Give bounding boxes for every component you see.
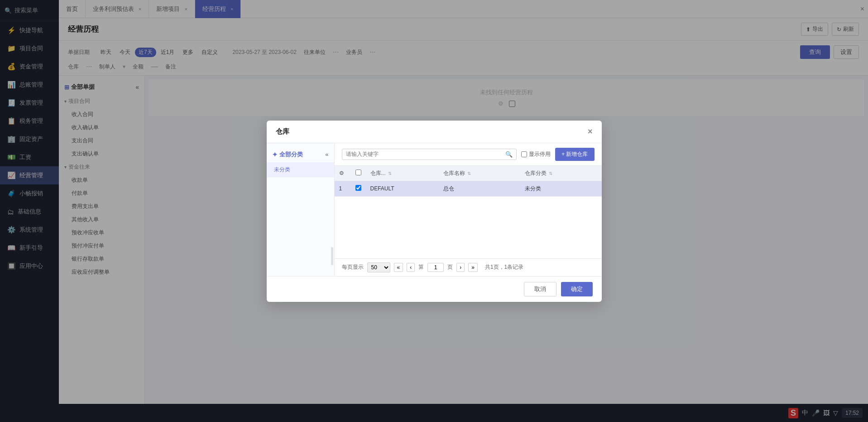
modal-table: ⚙ 仓库... ⇅ 仓库名称 ⇅	[335, 166, 602, 197]
category-sort-icon: ⇅	[549, 171, 552, 176]
modal-right-panel: 🔍 显示停用 + 新增仓库 ⚙	[335, 143, 602, 276]
modal-search-icon[interactable]: 🔍	[505, 151, 513, 158]
modal-records-info: 共1页，1条记录	[485, 263, 523, 271]
row-checkbox-cell[interactable]	[351, 181, 366, 196]
modal-col-name[interactable]: 仓库名称 ⇅	[439, 166, 520, 181]
modal-per-page-label: 每页显示	[342, 263, 364, 271]
modal-overlay[interactable]: 仓库 × ✦ 全部分类 « 未分类	[0, 0, 868, 422]
modal-table-head: ⚙ 仓库... ⇅ 仓库名称 ⇅	[335, 166, 602, 181]
name-sort-icon: ⇅	[467, 171, 471, 176]
modal-table-scroll: ⚙ 仓库... ⇅ 仓库名称 ⇅	[335, 166, 602, 258]
modal-col-settings[interactable]: ⚙	[335, 166, 351, 181]
modal-body: ✦ 全部分类 « 未分类	[267, 143, 602, 276]
modal-left-scroll: 未分类	[267, 162, 334, 245]
modal-table-row[interactable]: 1 DEFAULT 总仓 未分类	[335, 181, 602, 196]
modal-left-item-uncategorized[interactable]: 未分类	[267, 162, 334, 177]
modal-col-category[interactable]: 仓库分类 ⇅	[520, 166, 602, 181]
modal-close-btn[interactable]: ×	[588, 127, 593, 136]
modal-collapse-icon[interactable]: «	[325, 151, 328, 158]
star-icon: ✦	[272, 151, 278, 158]
modal-cancel-btn[interactable]: 取消	[524, 282, 556, 296]
modal-col-checkbox[interactable]	[351, 166, 366, 181]
code-sort-icon: ⇅	[388, 171, 392, 176]
modal-footer-bar: 每页显示 50 100 « ‹ 算 页 › » 共1页，1条记录	[335, 258, 602, 276]
modal-title: 仓库	[276, 127, 289, 136]
modal-first-page-btn[interactable]: «	[394, 263, 403, 272]
modal-table-body: 1 DEFAULT 总仓 未分类	[335, 181, 602, 196]
modal-action-bar: 取消 确定	[267, 276, 602, 302]
modal-last-page-btn[interactable]: »	[468, 263, 478, 272]
row-checkbox[interactable]	[355, 185, 361, 191]
modal-per-page-select[interactable]: 50 100	[367, 262, 390, 272]
modal-confirm-btn[interactable]: 确定	[561, 282, 593, 296]
modal-left-panel: ✦ 全部分类 « 未分类	[267, 143, 335, 276]
row-code: DEFAULT	[366, 181, 439, 196]
modal-dialog: 仓库 × ✦ 全部分类 « 未分类	[267, 121, 602, 302]
modal-search-box[interactable]: 🔍	[342, 149, 517, 160]
modal-page-suffix: 页	[447, 263, 453, 271]
modal-col-code[interactable]: 仓库... ⇅	[366, 166, 439, 181]
modal-search-input[interactable]	[346, 151, 503, 157]
modal-page-label: 算	[418, 263, 424, 271]
modal-page-input[interactable]	[427, 263, 444, 272]
row-name: 总仓	[439, 181, 520, 196]
row-index: 1	[335, 181, 351, 196]
modal-left-header: ✦ 全部分类 «	[267, 147, 334, 162]
row-category: 未分类	[520, 181, 602, 196]
all-category-label[interactable]: 全部分类	[279, 150, 303, 159]
modal-toolbar: 🔍 显示停用 + 新增仓库	[335, 143, 602, 166]
modal-header: 仓库 ×	[267, 121, 602, 143]
add-warehouse-btn[interactable]: + 新增仓库	[555, 148, 594, 161]
modal-select-all-checkbox[interactable]	[355, 170, 361, 175]
modal-prev-page-btn[interactable]: ‹	[407, 263, 415, 272]
modal-show-disabled-label[interactable]: 显示停用	[521, 150, 551, 158]
modal-show-disabled-checkbox[interactable]	[521, 151, 527, 157]
modal-next-page-btn[interactable]: ›	[456, 263, 465, 272]
